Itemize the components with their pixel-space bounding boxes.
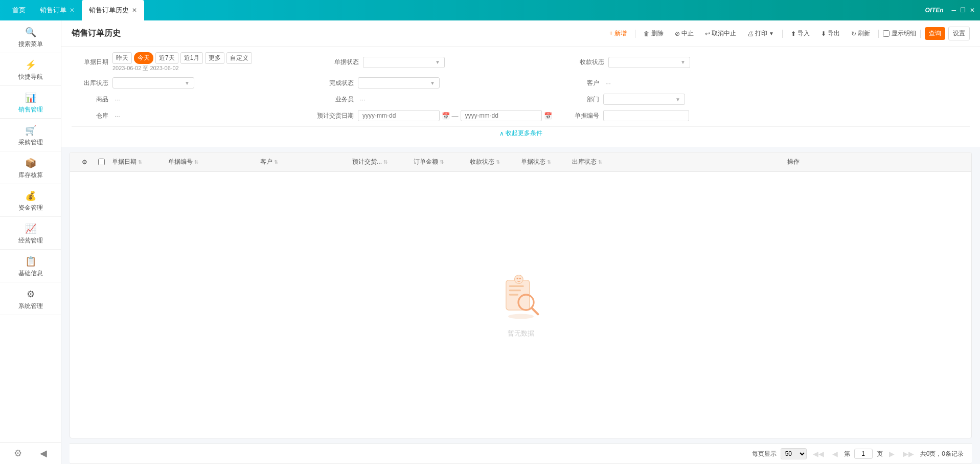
refresh-button[interactable]: ↻ 刷新 [847, 27, 874, 40]
date-btn-custom[interactable]: 自定义 [226, 52, 252, 64]
sidebar-item-operations-mgmt[interactable]: 📈 经营管理 [0, 217, 61, 250]
toolbar-sep-4 [920, 30, 921, 38]
sidebar-settings-icon[interactable]: ⚙ [14, 448, 22, 459]
th-checkbox[interactable] [94, 159, 109, 165]
select-all-checkbox[interactable] [98, 159, 105, 165]
page-header: 销售订单历史 + 新增 🗑 删除 ⊘ 中止 ↩ 取消中止 [61, 20, 980, 47]
sidebar-label-finance-mgmt: 资金管理 [18, 204, 43, 212]
table-header: ⚙ 单据日期 ⇅ 单据编号 ⇅ 客户 ⇅ 预计交货... [70, 152, 971, 172]
sidebar-label-operations-mgmt: 经营管理 [18, 236, 43, 245]
first-page-button[interactable]: ◀◀ [811, 449, 826, 459]
tab-sales-order-history[interactable]: 销售订单历史 ✕ [82, 0, 144, 20]
product-control: ··· [112, 96, 307, 103]
export-icon: ⬇ [821, 30, 826, 37]
sidebar-item-sales-mgmt[interactable]: 📊 销售管理 [0, 86, 61, 119]
stop-button[interactable]: ⊘ 中止 [671, 27, 698, 40]
bill-number-input[interactable] [603, 110, 689, 121]
th-settings[interactable]: ⚙ [75, 159, 94, 166]
date-btn-today[interactable]: 今天 [134, 52, 153, 64]
date-range-separator: — [452, 112, 459, 120]
svg-rect-3 [509, 290, 520, 291]
minimize-button[interactable]: ─ [951, 7, 956, 14]
prev-page-button[interactable]: ◀ [830, 449, 840, 459]
date-sort-icon[interactable]: ⇅ [138, 159, 142, 165]
sidebar-item-purchase-mgmt[interactable]: 🛒 采购管理 [0, 119, 61, 151]
collapse-button[interactable]: ∧ 收起更多条件 [499, 129, 542, 138]
sidebar-collapse-icon[interactable]: ◀ [40, 448, 47, 459]
sidebar-label-basic-info: 基础信息 [18, 269, 43, 278]
delete-button[interactable]: 🗑 删除 [640, 27, 668, 40]
settings-btn[interactable]: 设置 [948, 27, 970, 40]
outstock-label: 出库状态 [72, 79, 112, 87]
sidebar-item-inventory-check[interactable]: 📦 库存核算 [0, 151, 61, 184]
th-status: 单据状态 ⇅ [518, 158, 569, 166]
warehouse-ellipsis-icon[interactable]: ··· [115, 112, 120, 120]
sidebar-item-system-mgmt[interactable]: ⚙ 系统管理 [0, 282, 61, 315]
query-button[interactable]: 查询 [925, 27, 945, 40]
display-toggle-label[interactable]: 显示明细 [883, 29, 916, 38]
sidebar-label-inventory-check: 库存核算 [18, 171, 43, 180]
status-sort-icon[interactable]: ⇅ [547, 159, 551, 165]
print-button[interactable]: 🖨 打印 ▼ [743, 27, 778, 40]
new-button[interactable]: + 新增 [605, 27, 631, 40]
display-toggle-checkbox[interactable] [883, 30, 890, 37]
filter-row-1: 单据日期 昨天 今天 近7天 近1月 更多 自定义 2023-06-02 至 2… [72, 52, 970, 72]
table-wrapper: ⚙ 单据日期 ⇅ 单据编号 ⇅ 客户 ⇅ 预计交货... [70, 152, 972, 438]
page-number-input[interactable] [854, 449, 873, 459]
amount-sort-icon[interactable]: ⇅ [440, 159, 444, 165]
sidebar-item-quick-nav[interactable]: ⚡ 快捷导航 [0, 53, 61, 86]
sidebar-bottom: ⚙ ◀ [0, 442, 61, 464]
next-page-button[interactable]: ▶ [887, 449, 897, 459]
department-select[interactable]: ▼ [603, 94, 685, 105]
close-sales-order-tab-icon[interactable]: ✕ [70, 7, 75, 14]
filter-area: 单据日期 昨天 今天 近7天 近1月 更多 自定义 2023-06-02 至 2… [61, 47, 980, 147]
sidebar-item-finance-mgmt[interactable]: 💰 资金管理 [0, 184, 61, 217]
salesman-ellipsis-icon[interactable]: ··· [360, 96, 366, 103]
tab-sales-order[interactable]: 销售订单 ✕ [33, 0, 82, 20]
filter-row-2: 出库状态 ▼ 完成状态 ▼ 客户 ··· [72, 77, 970, 89]
page-size-label: 每页显示 [752, 450, 777, 458]
delivery-date-end-input[interactable] [461, 110, 542, 121]
customer-control: ··· [603, 79, 797, 87]
delivery-sort-icon[interactable]: ⇅ [383, 159, 388, 165]
tab-home[interactable]: 首页 [5, 0, 33, 20]
date-btn-yesterday[interactable]: 昨天 [112, 52, 132, 64]
payment-status-arrow-icon: ▼ [680, 59, 686, 65]
payment-sort-icon[interactable]: ⇅ [496, 159, 500, 165]
department-arrow-icon: ▼ [675, 97, 680, 102]
outstock-sort-icon[interactable]: ⇅ [598, 159, 602, 165]
customer-sort-icon[interactable]: ⇅ [274, 159, 278, 165]
sidebar: 🔍 搜索菜单 ⚡ 快捷导航 📊 销售管理 🛒 采购管理 📦 库存核算 💰 资金管… [0, 20, 61, 464]
calendar-end-icon[interactable]: 📅 [544, 112, 552, 120]
total-records-text: 共0页，0条记录 [920, 450, 964, 458]
date-btn-more[interactable]: 更多 [205, 52, 224, 64]
search-menu-icon: 🔍 [25, 27, 36, 38]
date-btn-7days[interactable]: 近7天 [155, 52, 178, 64]
customer-ellipsis-icon[interactable]: ··· [605, 79, 611, 87]
date-btn-1month[interactable]: 近1月 [180, 52, 203, 64]
page-label-before: 第 [844, 450, 850, 458]
restore-button[interactable]: ❐ [960, 7, 966, 14]
svg-rect-4 [509, 294, 518, 295]
export-button[interactable]: ⬇ 导出 [817, 27, 844, 40]
close-history-tab-icon[interactable]: ✕ [132, 7, 137, 14]
payment-status-select[interactable]: ▼ [608, 57, 690, 68]
last-page-button[interactable]: ▶▶ [901, 449, 916, 459]
page-size-select[interactable]: 50 10 20 100 [781, 448, 807, 459]
close-button[interactable]: ✕ [970, 7, 975, 14]
bill-status-select[interactable]: ▼ [363, 57, 445, 68]
main-layout: 🔍 搜索菜单 ⚡ 快捷导航 📊 销售管理 🛒 采购管理 📦 库存核算 💰 资金管… [0, 20, 980, 464]
sidebar-item-search-menu[interactable]: 🔍 搜索菜单 [0, 20, 61, 53]
settings-icon: ⚙ [82, 159, 87, 166]
delivery-date-start-input[interactable] [358, 110, 440, 121]
calendar-start-icon[interactable]: 📅 [442, 112, 450, 120]
sidebar-item-basic-info[interactable]: 📋 基础信息 [0, 250, 61, 282]
product-ellipsis-icon[interactable]: ··· [115, 96, 120, 103]
cancel-stop-button[interactable]: ↩ 取消中止 [701, 27, 740, 40]
svg-line-6 [531, 308, 538, 315]
import-button[interactable]: ⬆ 导入 [787, 27, 814, 40]
complete-select[interactable]: ▼ [358, 77, 440, 89]
bill-status-label: 单据状态 [322, 58, 363, 67]
outstock-select[interactable]: ▼ [112, 77, 194, 89]
billno-sort-icon[interactable]: ⇅ [194, 159, 198, 165]
